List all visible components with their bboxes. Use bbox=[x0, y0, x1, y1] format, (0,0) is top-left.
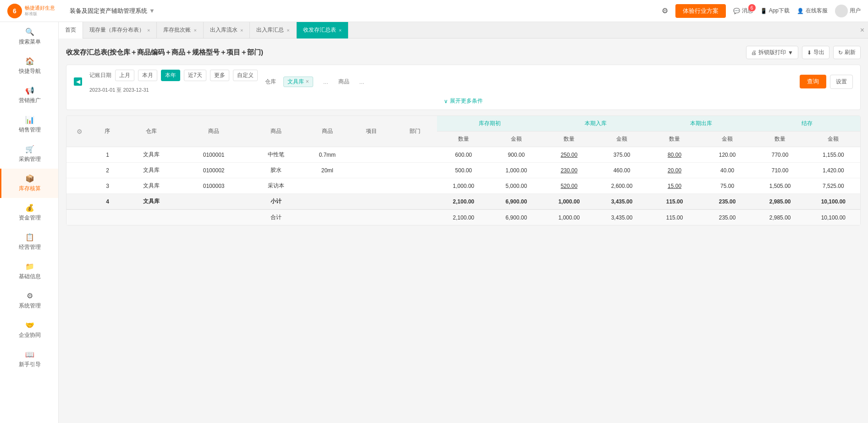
col-out-qty-header: 数量 bbox=[648, 132, 701, 147]
date-last-month-btn[interactable]: 上月 bbox=[115, 70, 134, 81]
goods-ellipsis[interactable]: ... bbox=[357, 77, 367, 86]
sidebar-item-finance[interactable]: 💰 资金管理 bbox=[0, 198, 58, 227]
row-bal-qty: 710.00 bbox=[754, 163, 807, 178]
expand-label: 展开更多条件 bbox=[450, 97, 483, 105]
export-label: 导出 bbox=[813, 49, 824, 56]
refresh-button[interactable]: ↻ 刷新 bbox=[833, 46, 861, 59]
row-out-amt: 235.00 bbox=[701, 194, 754, 210]
dropdown-icon[interactable]: ▼ bbox=[149, 7, 155, 14]
tab-inventory-dist[interactable]: 现存量（库存分布表） × bbox=[83, 22, 157, 38]
col-no-header: 序 bbox=[93, 116, 122, 147]
sidebar-item-sales[interactable]: 📊 销售管理 bbox=[0, 110, 58, 139]
row-warehouse: 文具库 bbox=[122, 147, 181, 163]
expand-conditions-button[interactable]: ∨ 展开更多条件 bbox=[444, 97, 483, 105]
user-menu-button[interactable]: 用户 bbox=[835, 5, 861, 17]
tab-home[interactable]: 首页 bbox=[59, 22, 83, 38]
sidebar-item-search[interactable]: 🔍 搜索菜单 bbox=[0, 22, 58, 51]
tab-flow-close[interactable]: × bbox=[240, 27, 243, 33]
row-no: 3 bbox=[93, 178, 122, 194]
messages-button[interactable]: 💬 消息 6 bbox=[733, 7, 753, 15]
tab-recv-send-label: 收发存汇总表 bbox=[303, 26, 336, 34]
row-open-amt: 1,000.00 bbox=[490, 163, 542, 178]
row-out-qty[interactable]: 80.00 bbox=[648, 147, 701, 163]
export-button[interactable]: ⬇ 导出 bbox=[802, 46, 829, 59]
date-7days-btn[interactable]: 近7天 bbox=[184, 70, 206, 81]
filter-settings-button[interactable]: 设置 bbox=[830, 75, 853, 89]
row-in-amt: 375.00 bbox=[596, 147, 648, 163]
sidebar-item-operations[interactable]: 📋 经营管理 bbox=[0, 227, 58, 257]
row-in-qty[interactable]: 230.00 bbox=[542, 163, 595, 178]
tabs-bar: 首页 现存量（库存分布表） × 库存批次账 × 出入库流水 × 出入库汇总 × bbox=[59, 22, 868, 38]
footer-in-qty: 1,000.00 bbox=[542, 209, 595, 225]
sidebar-item-purchase[interactable]: 🛒 采购管理 bbox=[0, 139, 58, 169]
tab-batch[interactable]: 库存批次账 × bbox=[157, 22, 203, 38]
row-dept bbox=[393, 163, 437, 178]
sidebar-item-basic[interactable]: 📁 基础信息 bbox=[0, 257, 58, 286]
sidebar-item-guide[interactable]: 📖 新手引导 bbox=[0, 345, 58, 374]
row-settings bbox=[66, 147, 93, 163]
sidebar-item-collab[interactable]: 🤝 企业协同 bbox=[0, 315, 58, 345]
table-settings-icon[interactable]: ⚙ bbox=[77, 128, 83, 135]
footer-empty-5 bbox=[305, 209, 349, 225]
app-download-button[interactable]: 📱 App下载 bbox=[760, 7, 790, 15]
date-this-month-btn[interactable]: 本月 bbox=[138, 70, 157, 81]
row-in-qty[interactable]: 250.00 bbox=[542, 147, 595, 163]
gear-settings-icon[interactable]: ⚙ bbox=[662, 6, 668, 15]
row-open-amt: 6,900.00 bbox=[490, 194, 542, 210]
sidebar-item-inventory[interactable]: 📦 库存核算 bbox=[0, 169, 58, 198]
tab-recv-send[interactable]: 收发存汇总表 × bbox=[297, 22, 348, 38]
date-custom-btn[interactable]: 自定义 bbox=[233, 70, 258, 81]
tab-inventory-dist-close[interactable]: × bbox=[147, 27, 150, 33]
tab-close-all-icon[interactable]: × bbox=[860, 26, 864, 34]
warehouse-tag-close[interactable]: × bbox=[306, 78, 309, 85]
row-in-qty[interactable]: 520.00 bbox=[542, 178, 595, 194]
row-in-amt: 460.00 bbox=[596, 163, 648, 178]
footer-open-amt: 6,900.00 bbox=[490, 209, 542, 225]
tab-summary[interactable]: 出入库汇总 × bbox=[250, 22, 296, 38]
try-industry-button[interactable]: 体验行业方案 bbox=[675, 4, 726, 18]
query-button[interactable]: 查询 bbox=[800, 75, 826, 88]
messages-badge: 6 bbox=[748, 4, 756, 11]
sidebar-item-marketing[interactable]: 📢 营销推广 bbox=[0, 81, 58, 110]
tab-recv-send-close[interactable]: × bbox=[339, 27, 342, 33]
row-bal-qty: 2,985.00 bbox=[754, 194, 807, 210]
home-icon: 🏠 bbox=[25, 57, 34, 66]
row-name: 采访本 bbox=[247, 178, 305, 194]
col-bal-amt-header: 金额 bbox=[807, 132, 860, 147]
goods-filter-label: 商品 bbox=[338, 78, 349, 86]
sidebar-item-system[interactable]: ⚙ 系统管理 bbox=[0, 286, 58, 315]
guide-icon: 📖 bbox=[25, 350, 34, 359]
warehouse-filter-label: 仓库 bbox=[265, 78, 276, 86]
phone-icon: 📱 bbox=[760, 8, 767, 14]
date-filter-row: 记账日期 上月 本月 本年 近7天 更多 自定义 bbox=[89, 70, 258, 81]
print-button[interactable]: 🖨 拆锁版打印 ▼ bbox=[746, 46, 798, 59]
tab-batch-close[interactable]: × bbox=[194, 27, 196, 33]
tab-batch-label: 库存批次账 bbox=[163, 26, 191, 34]
sidebar-label-quicknav: 快捷导航 bbox=[19, 67, 41, 75]
row-out-qty[interactable]: 20.00 bbox=[648, 163, 701, 178]
page-header: 收发存汇总表(按仓库＋商品编码＋商品＋规格型号＋项目＋部门) 🖨 拆锁版打印 ▼… bbox=[66, 46, 861, 59]
row-in-qty: 1,000.00 bbox=[542, 194, 595, 210]
date-this-year-btn[interactable]: 本年 bbox=[161, 70, 180, 81]
row-bal-amt: 1,420.00 bbox=[807, 163, 860, 178]
date-more-btn[interactable]: 更多 bbox=[210, 70, 229, 81]
row-warehouse: 文具库 bbox=[122, 178, 181, 194]
row-open-amt: 5,000.00 bbox=[490, 178, 542, 194]
filter-collapse-button[interactable]: ◀ bbox=[74, 77, 82, 86]
tab-home-label: 首页 bbox=[65, 26, 76, 34]
sidebar-label-finance: 资金管理 bbox=[19, 214, 41, 222]
tab-flow[interactable]: 出入库流水 × bbox=[204, 22, 250, 38]
online-service-button[interactable]: 👤 在线客服 bbox=[797, 7, 828, 15]
sidebar-item-quicknav[interactable]: 🏠 快捷导航 bbox=[0, 51, 58, 81]
logo-icon: 6 bbox=[7, 4, 22, 18]
col-code-header: 商品 bbox=[181, 116, 247, 147]
table-row: 1 文具库 0100001 中性笔 0.7mm 600.00 900.00 25… bbox=[66, 147, 860, 163]
row-spec bbox=[305, 194, 349, 210]
row-out-qty[interactable]: 15.00 bbox=[648, 178, 701, 194]
row-project bbox=[349, 178, 393, 194]
tab-summary-close[interactable]: × bbox=[287, 27, 289, 33]
table-footer: 合计 2,100.00 6,900.00 1,000.00 3,435.00 1… bbox=[66, 209, 860, 225]
row-settings bbox=[66, 194, 93, 210]
warehouse-ellipsis[interactable]: ... bbox=[321, 77, 331, 86]
app-download-label: App下载 bbox=[769, 7, 790, 15]
